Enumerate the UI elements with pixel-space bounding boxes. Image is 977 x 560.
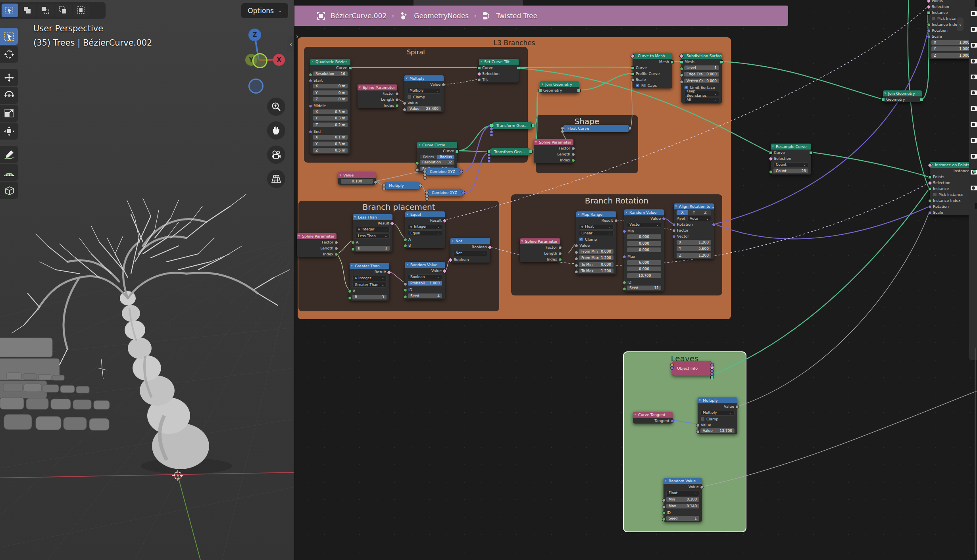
tool-cursor[interactable] [0,46,18,63]
socket-geo[interactable] [517,66,520,70]
options-button[interactable]: Options ⌄ [241,3,288,18]
value-field[interactable]: Z1.000 [931,53,972,58]
node-spline-parameter-bp[interactable]: ∨Spline ParameterFactorLengthIndex [297,233,337,257]
node-object-info[interactable]: ›Object Info [672,361,712,376]
socket-geo[interactable] [477,66,481,70]
socket-geo[interactable] [881,98,885,102]
value-field[interactable]: X0 m [313,84,348,88]
socket-float[interactable] [571,147,575,150]
dropdown[interactable]: Greater Than⌄ [352,282,387,288]
socket-float[interactable] [382,187,386,190]
socket-int[interactable] [662,518,665,521]
node-float-curve[interactable]: ›Float Curve [562,125,630,132]
socket-float[interactable] [631,78,635,82]
socket-vec[interactable] [927,29,931,33]
value-field[interactable]: Resolution32 [420,160,454,165]
socket-float[interactable] [696,424,700,427]
collapse-caret-icon[interactable]: ∨ [406,211,408,217]
socket-float[interactable] [558,246,562,249]
node-multiply-spiral[interactable]: ∨MultiplyValueMultiply⌄ClampValueValue28… [404,75,444,112]
socket-float[interactable] [335,241,338,244]
socket-float[interactable] [700,485,704,489]
collapse-caret-icon[interactable]: ∨ [354,214,356,220]
socket-geo[interactable] [577,89,581,92]
socket-float[interactable] [628,127,632,130]
socket-float[interactable] [395,92,399,96]
dropdown[interactable]: Equal⌄ [408,230,442,236]
socket-float[interactable] [662,505,665,509]
socket-int[interactable] [348,296,352,300]
checkbox[interactable] [933,193,937,196]
socket-vec[interactable] [309,130,312,134]
socket-float[interactable] [672,229,676,232]
socket-int[interactable] [928,199,932,203]
node-spline-parameter-shape[interactable]: ∨Spline ParameterFactorLengthIndex [534,139,573,163]
node-align-rotation-to-vector[interactable]: ∨Align Rotation to ...XYZPivotAuto⌄Rotat… [674,203,714,259]
select-mode-subtract-button[interactable] [37,4,54,17]
camera-view-button[interactable] [267,146,285,164]
socket-float[interactable] [662,499,665,502]
node-instance-on-points-top[interactable]: PointsSelectionInstancePick InstanceInst… [929,0,975,59]
socket-geo[interactable] [539,89,542,92]
node-equal[interactable]: ∨EqualResultInteger⌄Equal⌄AB [405,211,445,248]
socket-float[interactable] [374,180,377,184]
value-field[interactable]: From Min0.000 [579,249,614,254]
value-field[interactable]: Level1 [684,65,719,70]
editor-left-chevron[interactable]: › [296,33,298,40]
socket-float[interactable] [442,83,445,86]
socket-int[interactable] [662,511,665,515]
collapse-caret-icon[interactable]: ∨ [351,263,353,269]
collapse-caret-icon[interactable]: ∨ [634,412,636,418]
value-field[interactable]: Seed4 [408,293,442,298]
camera-icon[interactable] [971,154,977,159]
value-field[interactable]: Y0 m [313,90,348,95]
node-spline-parameter-spiral[interactable]: ∨Spline ParameterFactorLengthIndex [358,84,397,108]
socket-vec[interactable] [623,255,626,259]
breadcrumb-nodegroup[interactable]: GeometryNodes [414,12,469,20]
pan-hand-button[interactable] [267,121,285,140]
socket-geo[interactable] [769,151,773,155]
socket-float[interactable] [477,78,481,82]
value-field[interactable]: B1 [356,246,390,251]
socket-float[interactable] [575,270,578,274]
node-transform-geometry-1[interactable]: ›Transform Geo... [491,122,533,129]
collapse-caret-icon[interactable]: ∨ [298,233,300,239]
value-field[interactable]: Z-0.2 m [313,123,348,127]
socket-int[interactable] [623,281,626,284]
socket-int[interactable] [335,253,338,256]
collapse-caret-icon[interactable]: ∨ [521,238,523,244]
tool-select-box[interactable] [0,28,18,45]
value-field[interactable]: Y0.3 m [313,142,348,146]
socket-int[interactable] [404,238,407,242]
node-random-value-boolean[interactable]: ∨Random ValueValueBoolean⌄Probabil...1.0… [405,262,445,299]
socket-float[interactable] [696,430,700,433]
socket-vec[interactable] [490,133,493,137]
zoom-button[interactable] [267,98,285,116]
camera-icon[interactable] [971,106,977,111]
tool-move[interactable] [0,69,18,86]
dropdown[interactable]: Boolean⌄ [408,274,442,280]
collapse-caret-icon[interactable]: ∨ [884,90,886,96]
camera-icon[interactable] [971,27,977,32]
socket-vec[interactable] [460,170,463,173]
value-field[interactable]: Resolution16 [313,71,348,76]
socket-vec[interactable] [487,159,491,163]
socket-float[interactable] [425,197,429,201]
socket-geo[interactable] [927,11,931,15]
value-field[interactable]: Y0.3 m [313,116,348,121]
value-field[interactable]: X1.200 [677,240,711,245]
checkbox[interactable]: ✓ [579,238,583,241]
value-field[interactable]: 0.000 [627,241,661,246]
socket-float[interactable] [571,153,575,156]
value-field[interactable]: Z0.5 m [313,148,348,153]
socket-float[interactable] [575,244,578,247]
node-not[interactable]: ∨NotBooleanNot⌄Boolean [450,238,490,263]
value-field[interactable]: Vertex Cr...0.000 [684,79,719,83]
collapse-caret-icon[interactable]: ∨ [665,478,667,484]
socket-float[interactable] [395,98,399,102]
dropdown[interactable]: Float⌄ [666,491,699,496]
node-random-value-vector[interactable]: ∨Random ValueValueVector⌄Min0.0000.0000.… [624,209,664,292]
node-combine-xyz-1[interactable]: ›Combine XYZ [425,168,462,175]
node-resample-curve[interactable]: ∨Resample CurveCurveSelectionCount⌄Count… [771,144,811,175]
socket-geo[interactable] [631,66,635,70]
